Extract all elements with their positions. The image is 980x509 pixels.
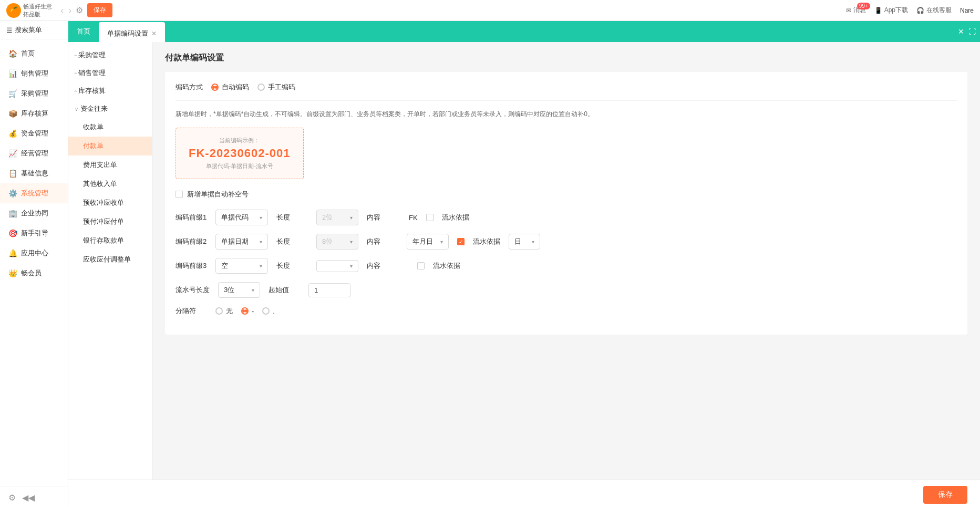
length-3-select[interactable]: ▾ bbox=[316, 260, 358, 272]
length-3-arrow: ▾ bbox=[350, 263, 353, 269]
content-1-value: FK bbox=[409, 214, 418, 222]
radio-manual-circle bbox=[257, 84, 265, 91]
flow-2-label: 流水依据 bbox=[473, 237, 500, 246]
prefix-2-select[interactable]: 单据日期 ▾ bbox=[215, 234, 268, 250]
save-button[interactable]: 保存 bbox=[923, 486, 967, 504]
auto-fill-label: 新增单据自动补空号 bbox=[187, 190, 249, 199]
prefix-row-3: 编码前缀3 空 ▾ 长度 ▾ 内容 流水依据 bbox=[176, 258, 957, 274]
info-text: 新增单据时，*单据编码*自动生成，不可编辑。前缀设置为部门、业务员等档案类，开单… bbox=[176, 109, 957, 119]
experience-button[interactable]: 保存 bbox=[87, 3, 112, 17]
online-service-item[interactable]: 🎧 在线客服 bbox=[916, 6, 952, 15]
sidebar-bottom: ⚙ ◀◀ bbox=[0, 486, 68, 509]
system-icon: ⚙️ bbox=[8, 189, 17, 198]
sidebar-item-enterprise[interactable]: 🏢 企业协同 bbox=[0, 203, 68, 223]
chevron-capital: ∨ bbox=[75, 106, 78, 112]
sec-group-sales[interactable]: › 销售管理 bbox=[68, 64, 152, 82]
encoding-label: 编码方式 bbox=[176, 82, 203, 92]
prefix-3-select[interactable]: 空 ▾ bbox=[215, 258, 268, 274]
sec-item-advance-receivable[interactable]: 预收冲应收单 bbox=[68, 193, 152, 212]
auto-fill-row: 新增单据自动补空号 bbox=[176, 190, 957, 199]
user-name[interactable]: Nare bbox=[960, 7, 974, 14]
tab-home[interactable]: 首页 bbox=[68, 21, 99, 42]
start-value-input[interactable] bbox=[308, 283, 350, 297]
prefix-1-select[interactable]: 单据代码 ▾ bbox=[215, 210, 268, 225]
sidebar-item-home[interactable]: 🏠 首页 bbox=[0, 44, 68, 64]
sidebar-item-purchase[interactable]: 🛒 采购管理 bbox=[0, 84, 68, 103]
day-arrow: ▾ bbox=[532, 239, 534, 245]
app-download-item[interactable]: 📱 App下载 bbox=[874, 6, 908, 15]
message-icon: ✉ bbox=[846, 7, 851, 14]
tab-bar-actions: ✕ ⛶ bbox=[958, 27, 980, 36]
start-value-label: 起始值 bbox=[269, 285, 300, 295]
flow-1-checkbox[interactable] bbox=[426, 214, 434, 221]
sidebar-item-guide[interactable]: 🎯 新手引导 bbox=[0, 223, 68, 243]
sec-item-payment[interactable]: 付款单 bbox=[68, 137, 152, 155]
sec-item-adjustment[interactable]: 应收应付调整单 bbox=[68, 250, 152, 269]
sidebar-item-system[interactable]: ⚙️ 系统管理 bbox=[0, 183, 68, 203]
content-1-label: 内容 bbox=[367, 213, 398, 222]
sec-group-inventory[interactable]: › 库存核算 bbox=[68, 82, 152, 100]
sep-dot-circle bbox=[262, 307, 270, 315]
guide-icon: 🎯 bbox=[8, 229, 17, 237]
day-select[interactable]: 日 ▾ bbox=[509, 234, 540, 250]
nav-left-arrow[interactable]: ‹ bbox=[60, 4, 64, 16]
top-bar: 🍊 畅通好生意 拓品版 ‹ › ⚙ 保存 ✉ 消息 99+ 📱 App下载 🎧 … bbox=[0, 0, 980, 21]
sec-item-expense[interactable]: 费用支出单 bbox=[68, 155, 152, 174]
inner-layout: › 采购管理 › 销售管理 › 库存核算 ∨ 资金往来 收款单 bbox=[68, 42, 980, 480]
flow-2-checkbox[interactable]: ✓ bbox=[457, 238, 465, 245]
encoding-type-row: 编码方式 自动编码 手工编码 bbox=[176, 82, 957, 101]
sec-group-capital[interactable]: ∨ 资金往来 bbox=[68, 100, 152, 118]
sidebar-item-sales[interactable]: 📊 销售管理 bbox=[0, 64, 68, 84]
message-item[interactable]: ✉ 消息 99+ bbox=[846, 6, 866, 15]
purchase-icon: 🛒 bbox=[8, 89, 17, 98]
flow-3-checkbox[interactable] bbox=[417, 262, 425, 269]
preview-code: FK-20230602-001 bbox=[189, 147, 291, 160]
sec-item-advance-payable[interactable]: 预付冲应付单 bbox=[68, 212, 152, 231]
sep-radio-none[interactable]: 无 bbox=[215, 306, 233, 316]
flow-length-select[interactable]: 3位 ▾ bbox=[218, 282, 260, 298]
preview-label: 当前编码示例： bbox=[189, 137, 291, 144]
prefix-1-label: 编码前缀1 bbox=[176, 213, 207, 222]
sec-item-other-income[interactable]: 其他收入单 bbox=[68, 174, 152, 193]
prefix-row-1: 编码前缀1 单据代码 ▾ 长度 2位 ▾ 内容 FK 流水依据 bbox=[176, 210, 957, 225]
chevron-purchase: › bbox=[73, 54, 78, 56]
tab-expand-icon[interactable]: ⛶ bbox=[968, 27, 976, 36]
sidebar-item-member[interactable]: 👑 畅会员 bbox=[0, 263, 68, 283]
content-2-select[interactable]: 年月日 ▾ bbox=[407, 234, 449, 250]
secondary-sidebar: › 采购管理 › 销售管理 › 库存核算 ∨ 资金往来 收款单 bbox=[68, 42, 152, 480]
settings-icon[interactable]: ⚙ bbox=[76, 5, 83, 15]
sep-radio-dash[interactable]: - bbox=[241, 307, 254, 315]
sec-item-receipt[interactable]: 收款单 bbox=[68, 118, 152, 137]
sales-icon: 📊 bbox=[8, 69, 17, 78]
settings-bottom-icon[interactable]: ⚙ bbox=[8, 493, 16, 503]
sidebar-item-operations[interactable]: 📈 经营管理 bbox=[0, 143, 68, 163]
length-2-select[interactable]: 8位 ▾ bbox=[316, 234, 358, 250]
sidebar-item-inventory[interactable]: 📦 库存核算 bbox=[0, 103, 68, 123]
tab-close-icon[interactable]: ✕ bbox=[151, 30, 157, 37]
radio-group: 自动编码 手工编码 bbox=[211, 82, 295, 92]
home-icon: 🏠 bbox=[8, 49, 17, 58]
radio-manual[interactable]: 手工编码 bbox=[257, 82, 295, 92]
auto-fill-checkbox[interactable] bbox=[176, 191, 183, 198]
tab-encoding-settings[interactable]: 单据编码设置 ✕ bbox=[99, 22, 165, 43]
length-1-select[interactable]: 2位 ▾ bbox=[316, 210, 358, 225]
sec-group-purchase[interactable]: › 采购管理 bbox=[68, 46, 152, 64]
tab-minimize-icon[interactable]: ✕ bbox=[958, 27, 964, 36]
search-menu[interactable]: ☰ 搜索菜单 bbox=[0, 21, 68, 39]
radio-auto[interactable]: 自动编码 bbox=[211, 82, 249, 92]
chevron-inventory: › bbox=[73, 90, 78, 91]
settings-card: 编码方式 自动编码 手工编码 bbox=[165, 72, 967, 335]
brand: 🍊 畅通好生意 拓品版 bbox=[6, 3, 52, 18]
collapse-icon[interactable]: ◀◀ bbox=[22, 493, 35, 503]
flow-length-row: 流水号长度 3位 ▾ 起始值 bbox=[176, 282, 957, 298]
sidebar-item-finance[interactable]: 💰 资金管理 bbox=[0, 123, 68, 143]
nav-right-arrow[interactable]: › bbox=[68, 4, 72, 16]
prefix-3-label: 编码前缀3 bbox=[176, 261, 207, 271]
sidebar-item-basic[interactable]: 📋 基础信息 bbox=[0, 163, 68, 183]
length-2-label: 长度 bbox=[276, 237, 308, 246]
top-bar-left: 🍊 畅通好生意 拓品版 ‹ › ⚙ 保存 bbox=[6, 3, 112, 18]
sec-item-bank[interactable]: 银行存取款单 bbox=[68, 231, 152, 250]
sep-radio-dot[interactable]: . bbox=[262, 307, 275, 315]
content-area: 首页 单据编码设置 ✕ ✕ ⛶ › 采购管理 › 销售管理 bbox=[68, 21, 980, 509]
sidebar-item-apps[interactable]: 🔔 应用中心 bbox=[0, 243, 68, 263]
